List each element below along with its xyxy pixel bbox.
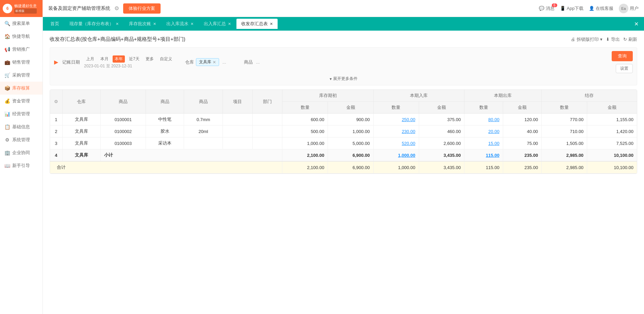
refresh-button[interactable]: ↻ 刷新 [623, 36, 637, 43]
page-actions: 🖨 拆锁版打印 ▾ ⬇ 导出 ↻ 刷新 [571, 36, 637, 43]
tab-close-batch[interactable]: ✕ [153, 22, 156, 26]
tab-bar-close-icon[interactable]: ✕ [631, 21, 641, 27]
print-button[interactable]: 🖨 拆锁版打印 ▾ [571, 36, 602, 43]
purchase-icon: 🛒 [4, 72, 10, 78]
cell-spec: 0.7mm [184, 114, 222, 126]
cell-dept [252, 114, 282, 126]
date-option-本年[interactable]: 本年 [113, 55, 125, 63]
date-option-本月[interactable]: 本月 [98, 55, 111, 63]
th-settings[interactable]: ⚙ [50, 90, 62, 114]
filter-expand[interactable]: ▾ 展开更多条件 [54, 76, 633, 82]
tab-close-inventory-dist[interactable]: ✕ [116, 22, 119, 26]
th-open-amt: 金额 [328, 102, 374, 114]
date-option-上月[interactable]: 上月 [84, 55, 96, 63]
date-options: 上月本月本年近7天更多自定义 [84, 55, 174, 63]
cell-warehouse: 文具库 [62, 114, 100, 126]
tab-inout-flow[interactable]: 出入库流水✕ [162, 19, 198, 29]
tab-close-stock-summary[interactable]: ✕ [270, 22, 273, 26]
cell-out-qty[interactable]: 20.00 [464, 126, 503, 137]
tab-stock-summary[interactable]: 收发存汇总表✕ [236, 19, 278, 29]
filter-collapse-icon[interactable]: ▶ [54, 59, 58, 65]
page-content: 收发存汇总表(按仓库+商品编码+商品+规格型号+项目+部门) 🖨 拆锁版打印 ▾… [43, 31, 644, 179]
goods-more-icon[interactable]: ... [256, 60, 260, 65]
cell-out-qty[interactable]: 80.00 [464, 114, 503, 126]
cell-name: 采访本 [146, 137, 184, 149]
tab-close-inout-summary[interactable]: ✕ [228, 22, 231, 26]
system-icon: ⚙ [4, 137, 10, 143]
export-button[interactable]: ⬇ 导出 [606, 36, 620, 43]
sidebar-item-label: 采购管理 [12, 72, 30, 78]
query-button[interactable]: 查询 [612, 51, 633, 61]
cell-in-qty[interactable]: 230.00 [373, 126, 419, 137]
sidebar-item-system[interactable]: ⚙系统管理 [0, 133, 43, 146]
total-row: 合计 2,100.00 6,900.00 1,000.00 3,435.00 1… [50, 161, 637, 173]
warehouse-tag[interactable]: 文具库 ✕ [196, 58, 219, 66]
online-support-item[interactable]: 👤 在线客服 [589, 5, 613, 12]
page-title-bar: 收发存汇总表(按仓库+商品编码+商品+规格型号+项目+部门) 🖨 拆锁版打印 ▾… [50, 36, 637, 43]
set-button[interactable]: 设置 [616, 64, 633, 73]
sidebar-item-operation[interactable]: 📊经营管理 [0, 108, 43, 120]
th-balance: 结存 [542, 90, 637, 102]
trial-button[interactable]: 体验行业方案 [123, 3, 161, 14]
sidebar-logo: 6 畅捷通好生意 标准版 [0, 0, 43, 17]
sidebar-item-purchase[interactable]: 🛒采购管理 [0, 69, 43, 82]
data-table: ⚙ 仓库 商品 商品 商品 项目 部门 库存期初 本期入库 本期出库 结存 [50, 90, 637, 173]
goods-label: 商品 [244, 59, 253, 65]
app-download-label: App下载 [567, 5, 583, 12]
th-goods-code: 商品 [100, 90, 146, 114]
logo-icon: 6 [3, 4, 12, 13]
date-option-更多[interactable]: 更多 [144, 55, 156, 63]
logo-badge: 标准版 [14, 9, 37, 14]
sidebar-item-search[interactable]: 🔍搜索菜单 [0, 17, 43, 30]
th-dept: 部门 [252, 90, 282, 114]
sidebar-item-label: 资金管理 [12, 98, 30, 104]
date-option-自定义[interactable]: 自定义 [158, 55, 174, 63]
user-item[interactable]: Ea 用户 [619, 4, 639, 13]
cell-out-qty[interactable]: 15.00 [464, 137, 503, 149]
tab-label-inventory-dist: 现存量（库存分布表） [69, 21, 114, 27]
sub-no: 4 [50, 149, 62, 162]
tab-home[interactable]: 首页 [46, 19, 64, 29]
cell-project [222, 137, 252, 149]
sidebar-item-basic-info[interactable]: 📋基础信息 [0, 120, 43, 133]
tab-label-stock-summary: 收发存汇总表 [241, 21, 268, 27]
gear-icon[interactable]: ⚙ [114, 5, 119, 12]
app-download-item[interactable]: 📱 App下载 [560, 5, 583, 12]
sidebar-item-finance[interactable]: 💰资金管理 [0, 95, 43, 108]
message-item[interactable]: 💬 消息 6 [539, 5, 555, 12]
sidebar-item-label: 新手引导 [12, 163, 30, 169]
sub-label: 小计 [100, 149, 282, 162]
sub-bal-qty: 2,985.00 [542, 149, 587, 162]
search-icon: 🔍 [4, 21, 10, 26]
cell-open-qty: 1,000.00 [282, 137, 328, 149]
tab-inout-summary[interactable]: 出入库汇总✕ [199, 19, 236, 29]
cell-in-qty[interactable]: 520.00 [373, 137, 419, 149]
marketing-icon: 📢 [4, 47, 10, 52]
sidebar-item-label: 搜索菜单 [12, 20, 30, 27]
cell-no: 3 [50, 137, 62, 149]
page-title: 收发存汇总表(按仓库+商品编码+商品+规格型号+项目+部门) [50, 36, 185, 43]
sidebar-item-sales[interactable]: 💼销售管理 [0, 56, 43, 69]
cell-in-amt: 460.00 [419, 126, 464, 137]
warehouse-more-icon[interactable]: ... [222, 60, 226, 65]
sidebar-item-quick-nav[interactable]: 🏠快捷导航 [0, 30, 43, 43]
operation-icon: 📊 [4, 111, 10, 117]
tab-label-home: 首页 [50, 21, 59, 27]
warehouse-tag-close[interactable]: ✕ [213, 60, 216, 65]
total-in-qty: 1,000.00 [373, 161, 419, 173]
tab-batch[interactable]: 库存批次账✕ [124, 19, 161, 29]
sidebar-item-enterprise[interactable]: 🏢企业协同 [0, 146, 43, 159]
subtotal-row: 4 文具库 小计 2,100.00 6,900.00 1,000.00 3,43… [50, 149, 637, 162]
tab-inventory-dist[interactable]: 现存量（库存分布表）✕ [65, 19, 123, 29]
cell-open-amt: 5,000.00 [328, 137, 374, 149]
th-open-qty: 数量 [282, 102, 328, 114]
sidebar-item-marketing[interactable]: 📢营销推广 [0, 43, 43, 56]
sidebar-item-newbie[interactable]: 📖新手引导 [0, 159, 43, 172]
cell-in-qty[interactable]: 250.00 [373, 114, 419, 126]
sidebar-item-inventory[interactable]: 📦库存核算 [0, 82, 43, 95]
sidebar-item-label: 销售管理 [12, 59, 30, 65]
tab-close-inout-flow[interactable]: ✕ [191, 22, 194, 26]
date-option-近7天[interactable]: 近7天 [127, 55, 142, 63]
total-label: 合计 [50, 161, 282, 173]
th-out: 本期出库 [464, 90, 542, 102]
